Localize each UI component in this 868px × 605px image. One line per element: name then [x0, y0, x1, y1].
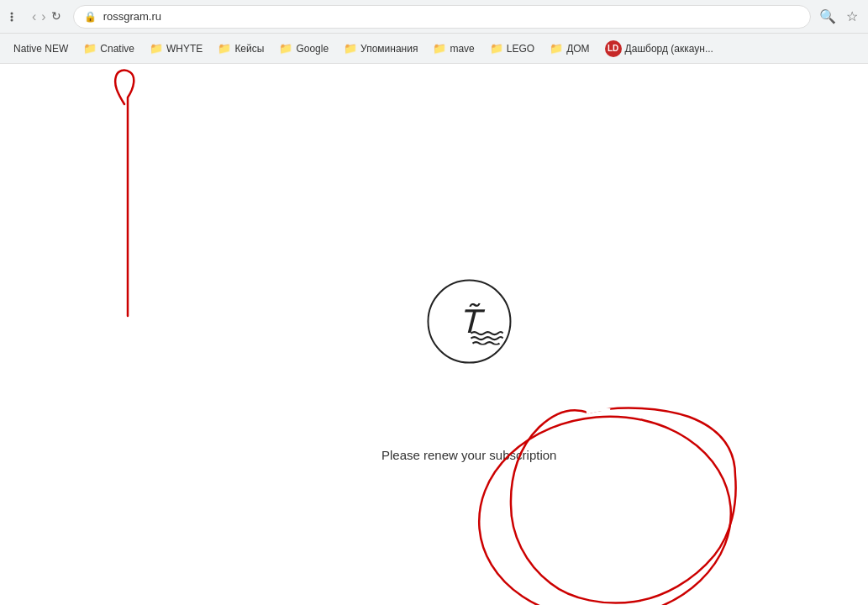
reload-button[interactable]: ↻: [51, 9, 61, 24]
browser-actions: 🔍 ☆: [819, 8, 858, 24]
folder-icon: 📁: [550, 42, 563, 55]
browser-bar: ‹ › ↻ 🔒 rossgram.ru 🔍 ☆: [0, 0, 868, 34]
bookmark-label: LEGO: [507, 43, 534, 55]
bookmark-label: Google: [296, 43, 329, 55]
bookmark-label: WHYTE: [166, 43, 203, 55]
bookmark-label: mave: [450, 43, 474, 55]
browser-dots: [10, 10, 24, 24]
bookmark-lego[interactable]: 📁 LEGO: [483, 39, 541, 58]
bookmark-dom[interactable]: 📁 ДОМ: [543, 39, 596, 58]
bookmark-native-new[interactable]: Native NEW: [7, 39, 75, 58]
url-text: rossgram.ru: [103, 10, 161, 23]
folder-icon: 📁: [490, 42, 503, 55]
browser-menu-icon[interactable]: [10, 10, 24, 24]
svg-point-1: [11, 15, 13, 18]
address-bar[interactable]: 🔒 rossgram.ru: [73, 5, 811, 29]
folder-icon: 📁: [150, 42, 163, 55]
tilda-letter: T̃: [460, 303, 479, 340]
bookmark-label: Native NEW: [13, 43, 68, 55]
bookmark-keysy[interactable]: 📁 Кейсы: [211, 39, 271, 58]
bookmark-dashbord[interactable]: LD Дашборд (аккаун...: [598, 37, 720, 60]
back-button[interactable]: ‹: [32, 9, 36, 24]
page-content: T̃ Please renew your subscription: [0, 64, 868, 605]
renew-message: Please renew your subscription: [381, 448, 556, 463]
tilda-logo: T̃: [427, 280, 511, 364]
svg-point-0: [11, 12, 13, 14]
folder-icon: 📁: [344, 42, 357, 55]
bookmark-mave[interactable]: 📁 mave: [426, 39, 481, 58]
bookmark-cnative[interactable]: 📁 Сnative: [76, 39, 141, 58]
bookmarks-bar: Native NEW 📁 Сnative 📁 WHYTE 📁 Кейсы 📁 G…: [0, 34, 868, 64]
forward-button[interactable]: ›: [41, 9, 45, 24]
search-icon[interactable]: 🔍: [819, 8, 836, 24]
site-icon: 🔒: [84, 11, 97, 23]
renew-text: Please renew your subscription: [381, 448, 556, 462]
bookmark-whyte[interactable]: 📁 WHYTE: [143, 39, 209, 58]
bookmark-upominaniya[interactable]: 📁 Упоминания: [337, 39, 424, 58]
bookmark-label: ДОМ: [566, 43, 589, 55]
bookmark-label: Дашборд (аккаун...: [625, 43, 713, 55]
bookmark-label: Упоминания: [360, 43, 418, 55]
folder-icon: 📁: [218, 42, 231, 55]
bookmark-star-icon[interactable]: ☆: [846, 8, 858, 24]
nav-buttons: ‹ › ↻: [32, 9, 61, 24]
folder-icon: 📁: [433, 42, 446, 55]
folder-icon: 📁: [279, 42, 292, 55]
tilda-expired-container: T̃ Please renew your subscription: [381, 280, 556, 463]
bookmark-google[interactable]: 📁 Google: [272, 39, 335, 58]
account-badge: LD: [605, 40, 622, 57]
folder-icon: 📁: [83, 42, 97, 55]
bookmark-label: Сnative: [100, 43, 134, 55]
bookmark-label: Кейсы: [234, 43, 264, 55]
svg-point-2: [11, 18, 13, 21]
